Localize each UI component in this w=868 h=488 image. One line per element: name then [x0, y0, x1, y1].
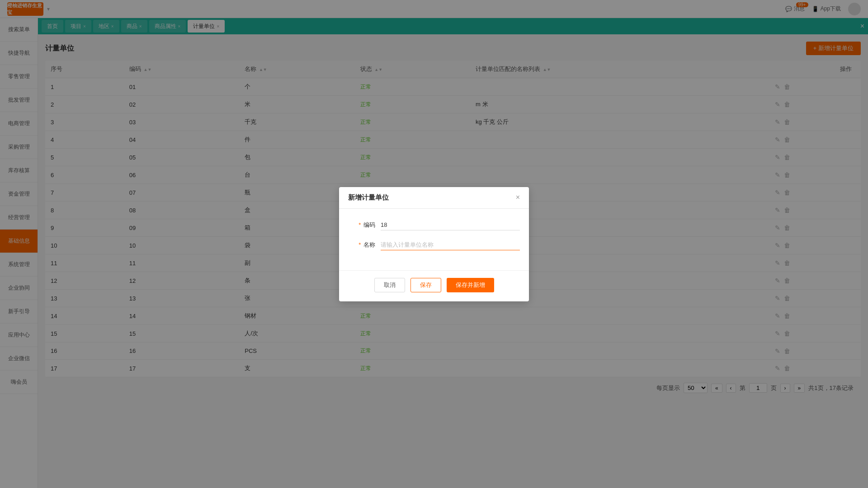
- cancel-button[interactable]: 取消: [374, 278, 405, 292]
- name-field-row: * 名称: [348, 239, 520, 250]
- modal-overlay[interactable]: 新增计量单位 × * 编码 * 名称 取消 保存 保存并新增: [0, 0, 868, 488]
- modal-body: * 编码 * 名称: [339, 209, 529, 270]
- save-button[interactable]: 保存: [410, 278, 441, 292]
- code-input[interactable]: [381, 220, 520, 230]
- required-star-code: *: [359, 221, 361, 228]
- save-and-new-button[interactable]: 保存并新增: [447, 278, 494, 292]
- required-star-name: *: [359, 241, 361, 248]
- code-field-row: * 编码: [348, 220, 520, 230]
- modal-header: 新增计量单位 ×: [339, 187, 529, 209]
- modal-title: 新增计量单位: [348, 193, 389, 202]
- name-input[interactable]: [381, 239, 520, 250]
- modal-footer: 取消 保存 保存并新增: [339, 270, 529, 301]
- add-unit-modal: 新增计量单位 × * 编码 * 名称 取消 保存 保存并新增: [339, 187, 529, 301]
- name-label: * 名称: [348, 241, 375, 249]
- code-label: * 编码: [348, 221, 375, 229]
- modal-close-button[interactable]: ×: [516, 193, 520, 202]
